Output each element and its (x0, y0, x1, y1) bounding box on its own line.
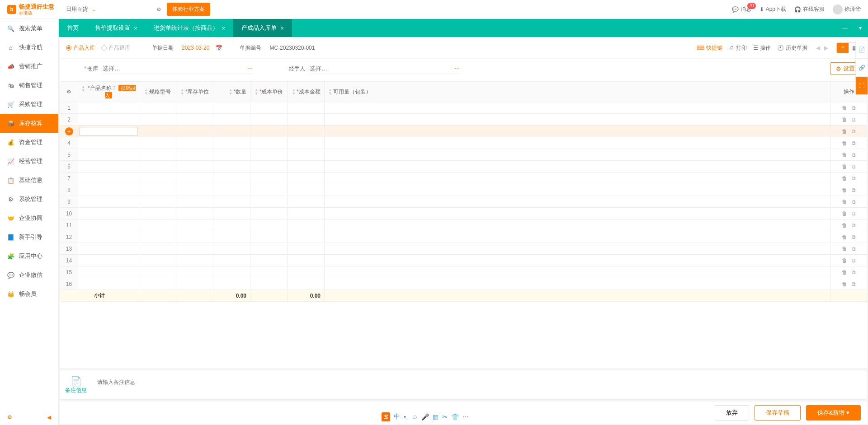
date-value[interactable]: 2023-03-20 (182, 45, 209, 51)
tab[interactable]: 进货单统计表（按商品）× (146, 19, 234, 37)
calendar-icon[interactable]: 📅 (216, 45, 222, 51)
table-row[interactable]: 14🗑⧉ (60, 255, 867, 266)
category-dropdown[interactable]: 日用百货 ⌄ (66, 5, 156, 13)
delete-icon[interactable]: 🗑 (842, 163, 847, 170)
delete-icon[interactable]: 🗑 (842, 117, 847, 123)
delete-icon[interactable]: 🗑 (842, 281, 847, 287)
view-list-button[interactable]: ≡ (837, 43, 849, 53)
delete-icon[interactable]: 🗑 (842, 269, 847, 276)
sidebar-item[interactable]: ⚙系统管理 (0, 190, 58, 209)
operate-button[interactable]: ☰ 操作 (753, 44, 771, 52)
sidebar-item[interactable]: 🔍搜索菜单 (0, 19, 58, 38)
collapse-icon[interactable]: ◀ (47, 414, 51, 420)
gear-icon[interactable]: ⚙ (156, 6, 161, 13)
history-button[interactable]: 🕘 历史单据 (777, 44, 807, 52)
sidebar-item[interactable]: 🧩应用中心 (0, 247, 58, 266)
copy-icon[interactable]: ⧉ (852, 163, 856, 170)
col-unit[interactable]: ▲▼*库存单位 (176, 82, 213, 102)
print-button[interactable]: 🖨 打印 (729, 44, 747, 52)
table-row[interactable]: 4🗑⧉ (60, 137, 867, 149)
table-row[interactable]: 2🗑⧉ (60, 114, 867, 126)
delete-icon[interactable]: 🗑 (842, 222, 847, 229)
table-row[interactable]: 11🗑⧉ (60, 220, 867, 231)
rail-button-2[interactable]: 🔗 (855, 59, 868, 77)
tab[interactable]: 售价提取设置× (87, 19, 146, 37)
warehouse-more-icon[interactable]: ⋯ (247, 65, 253, 72)
copy-icon[interactable]: ⧉ (852, 222, 856, 229)
sidebar-item[interactable]: 📘新手引导 (0, 228, 58, 247)
copy-icon[interactable]: ⧉ (852, 175, 856, 182)
handler-more-icon[interactable]: ⋯ (454, 65, 460, 72)
table-row[interactable]: 13🗑⧉ (60, 243, 867, 255)
sidebar-item[interactable]: 🛒采购管理 (0, 95, 58, 114)
rail-button-3[interactable]: ⛶ (855, 77, 868, 95)
table-row[interactable]: 9🗑⧉ (60, 196, 867, 208)
copy-icon[interactable]: ⧉ (852, 128, 856, 135)
copy-icon[interactable]: ⧉ (852, 152, 856, 158)
radio-product-in[interactable]: 产品入库 (66, 44, 95, 52)
copy-icon[interactable]: ⧉ (852, 117, 856, 123)
sidebar-item[interactable]: 📣营销推广 (0, 57, 58, 76)
sidebar-item[interactable]: 🤝企业协同 (0, 209, 58, 228)
delete-icon[interactable]: 🗑 (842, 152, 847, 158)
table-row[interactable]: 7🗑⧉ (60, 173, 867, 184)
col-qty[interactable]: ▲▼*数量 (213, 82, 250, 102)
warehouse-input[interactable] (103, 63, 252, 74)
handler-input[interactable] (310, 63, 459, 74)
product-name-input[interactable] (80, 127, 138, 136)
copy-icon[interactable]: ⧉ (852, 105, 856, 111)
table-row[interactable]: 16🗑⧉ (60, 278, 867, 290)
delete-icon[interactable]: 🗑 (842, 128, 847, 135)
tab[interactable]: 产成品入库单× (233, 19, 292, 37)
col-spec[interactable]: ▲▼规格型号 (139, 82, 176, 102)
sidebar-item[interactable]: 📋基础信息 (0, 171, 58, 190)
copy-icon[interactable]: ⧉ (852, 269, 856, 276)
delete-icon[interactable]: 🗑 (842, 175, 847, 182)
table-row[interactable]: 12🗑⧉ (60, 231, 867, 243)
col-name[interactable]: ▲▼ *产品名称? 扫码录入 (78, 82, 139, 102)
experience-button[interactable]: 体验行业方案 (167, 3, 210, 16)
rail-button-1[interactable]: 📄 (855, 41, 868, 59)
col-avail[interactable]: ▲▼可用量（包装） (325, 82, 831, 102)
delete-icon[interactable]: 🗑 (842, 210, 847, 217)
add-row-button[interactable]: + (65, 127, 73, 135)
discard-button[interactable]: 放弃 (715, 405, 749, 420)
copy-icon[interactable]: ⧉ (852, 187, 856, 193)
delete-icon[interactable]: 🗑 (842, 199, 847, 205)
sidebar-item[interactable]: ⌂快捷导航 (0, 38, 58, 57)
copy-icon[interactable]: ⧉ (852, 257, 856, 264)
copy-icon[interactable]: ⧉ (852, 210, 856, 217)
radio-product-out[interactable]: 产品退库 (101, 44, 130, 52)
table-row[interactable]: 10🗑⧉ (60, 208, 867, 220)
sidebar-item[interactable]: 💰资金管理 (0, 133, 58, 152)
col-price[interactable]: ▲▼*成本单价 (250, 82, 288, 102)
copy-icon[interactable]: ⧉ (852, 234, 856, 240)
remarks-input[interactable] (92, 370, 867, 399)
sidebar-item[interactable]: 📦库存核算 (0, 114, 58, 133)
sidebar-item[interactable]: 💬企业微信 (0, 266, 58, 285)
close-icon[interactable]: × (222, 25, 226, 32)
delete-icon[interactable]: 🗑 (842, 105, 847, 111)
delete-icon[interactable]: 🗑 (842, 140, 847, 146)
copy-icon[interactable]: ⧉ (852, 199, 856, 205)
tab[interactable]: 首页 (59, 19, 87, 37)
col-gear[interactable]: ⚙ (60, 82, 78, 102)
close-icon[interactable]: × (280, 25, 284, 32)
table-row[interactable]: 1🗑⧉ (60, 102, 867, 114)
table-row[interactable]: 5🗑⧉ (60, 149, 867, 161)
settings-icon[interactable]: ⚙ (7, 414, 12, 420)
help-icon[interactable]: ? (113, 85, 116, 91)
next-page-button[interactable]: ▶ (822, 45, 830, 51)
prev-page-button[interactable]: ◀ (814, 45, 822, 51)
col-amt[interactable]: ▲▼*成本金额 (288, 82, 325, 102)
table-row[interactable]: 6🗑⧉ (60, 161, 867, 173)
delete-icon[interactable]: 🗑 (842, 187, 847, 193)
table-row[interactable]: +🗑⧉ (60, 126, 867, 137)
copy-icon[interactable]: ⧉ (852, 246, 856, 252)
messages-button[interactable]: 💬 消息 70 (732, 5, 751, 13)
online-service-button[interactable]: 🎧 在线客服 (794, 5, 825, 13)
delete-icon[interactable]: 🗑 (842, 246, 847, 252)
delete-icon[interactable]: 🗑 (842, 234, 847, 240)
app-download-button[interactable]: ⬇ App下载 (760, 5, 786, 13)
sidebar-item[interactable]: 🛍销售管理 (0, 76, 58, 95)
